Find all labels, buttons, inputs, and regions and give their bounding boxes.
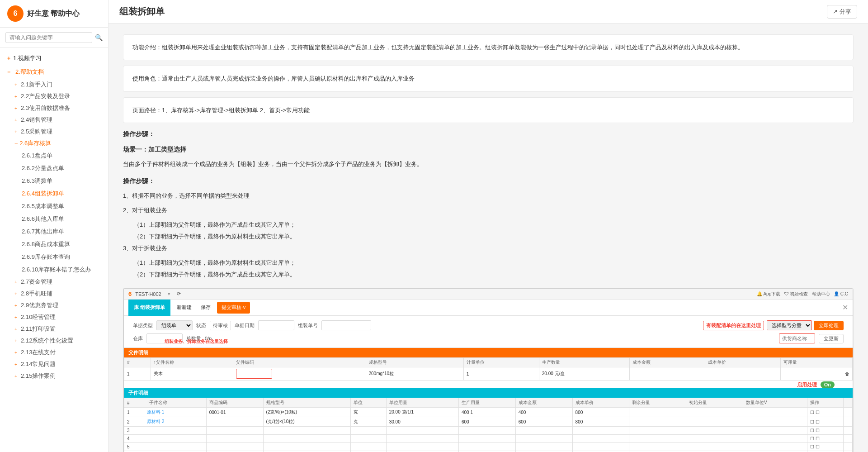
annotation-type-label: 组装业务、拆卸业务在这里选择 <box>165 338 228 345</box>
sidebar-item-management[interactable]: + 2.10经营管理 <box>0 311 108 323</box>
app-screenshot-container: 6 TEST-H002 ▼ ⟳ 🔔 App下载 🛡 初始检查 帮助中心 👤 C.… <box>123 288 854 452</box>
fake-app: 6 TEST-H002 ▼ ⟳ 🔔 App下载 🛡 初始检查 帮助中心 👤 C.… <box>123 288 853 452</box>
app-tab-new: 新新建 <box>172 300 196 316</box>
step-2: 2、对于组装业务 <box>123 205 854 216</box>
sidebar-item-docs[interactable]: − 2.帮助文档 <box>0 65 108 79</box>
expand-icon: + <box>14 314 17 320</box>
content-area: 功能介绍：组装拆卸单用来处理企业组装或拆卸等加工业务，支持有固定装配清单的产品加… <box>108 24 868 452</box>
parent-item-code[interactable] <box>236 369 272 379</box>
sidebar-item-sales[interactable]: + 2.4销售管理 <box>0 114 108 126</box>
expand-icon: + <box>14 291 17 296</box>
sidebar-item-label: 2.4销售管理 <box>21 116 52 123</box>
app-logo: 6 <box>128 290 132 297</box>
sidebar-item-label: 2.2产品安装及登录 <box>21 93 70 100</box>
ops-steps-title: 操作步骤： <box>123 177 854 186</box>
app-icons-right: 🔔 App下载 🛡 初始检查 帮助中心 👤 C.C <box>757 291 848 297</box>
form-label-date: 单据日期 <box>235 322 255 329</box>
search-bar[interactable]: 🔍 <box>0 28 108 48</box>
form-dropdown-btn[interactable]: 选择型号分量 <box>767 320 812 330</box>
form-select-btn[interactable]: 立更新 <box>819 334 844 343</box>
sidebar-child-inventory-10[interactable]: 2.6.10库存账本错了怎么办 <box>0 263 108 276</box>
app-upper-table: 父件明细 # ↑父件名称 父件编码 规格型号 计量单位 生产数量 成本金额 <box>124 348 853 381</box>
child-items-table: # ↑子件名称 商品编码 规格型号 单位 单位用量 生产用量 成本金额 成本单价… <box>124 398 853 452</box>
sidebar-item-settings[interactable]: + 2.12系统个性化设置 <box>0 335 108 347</box>
lower-table-header: 子件明细 <box>124 388 853 398</box>
logo-icon: 6 <box>7 5 24 22</box>
sidebar-item-mobile[interactable]: + 2.8手机旺铺 <box>0 288 108 300</box>
share-icon: ↗ <box>833 8 838 15</box>
expand-icon: + <box>14 326 17 332</box>
sidebar-child-inventory-6[interactable]: 2.6.6其他入库单 <box>0 213 108 225</box>
sidebar-item-label: 2.5采购管理 <box>21 128 52 135</box>
form-status-value: 待审核 <box>210 321 231 330</box>
form-supplier-input[interactable] <box>779 333 815 343</box>
ops-title: 操作步骤： <box>123 130 854 138</box>
annotation-container-1: 有装配清单的在这里处理 选择型号分量 立即处理 <box>703 320 844 330</box>
table-row: 4☐ ☐ <box>124 435 853 443</box>
sidebar-child-inventory-2[interactable]: 2.6.2分量盘点单 <box>0 162 108 175</box>
share-label: 分享 <box>840 8 851 16</box>
sidebar-child-inventory-1[interactable]: 2.6.1盘点单 <box>0 149 108 162</box>
table-row: 5☐ ☐ <box>124 443 853 451</box>
sidebar-item-purchase[interactable]: + 2.5采购管理 <box>0 126 108 138</box>
sidebar-item-newuser[interactable]: + 2.1新手入门 <box>0 79 108 90</box>
form-type-select[interactable]: 组装单拆卸单 <box>156 320 193 330</box>
app-module-bar: 库 组装拆卸单 新新建 保存 提交审核-v ✕ <box>124 300 853 316</box>
form-confirm-btn[interactable]: 立即处理 <box>814 321 844 330</box>
sidebar-item-payment[interactable]: + 2.13在线支付 <box>0 347 108 358</box>
expand-icon: + <box>14 338 17 343</box>
sidebar-item-finance[interactable]: + 2.7资金管理 <box>0 276 108 288</box>
form-assembly-select[interactable]: 选择型号分量 <box>767 320 812 330</box>
form-label-status: 状态 <box>196 322 206 329</box>
search-icon[interactable]: 🔍 <box>95 34 103 41</box>
sidebar-item-coupon[interactable]: + 2.9优惠券管理 <box>0 300 108 311</box>
sidebar-item-label: 2.1新手入门 <box>21 81 52 88</box>
sidebar-item-print[interactable]: + 2.11打印设置 <box>0 323 108 335</box>
intro-text: 功能介绍：组装拆卸单用来处理企业组装或拆卸等加工业务，支持有固定装配清单的产品加… <box>132 44 744 51</box>
sidebar-item-install[interactable]: + 2.2产品安装及登录 <box>0 90 108 102</box>
table-row: 3☐ ☐ <box>124 427 853 435</box>
form-row-2: 仓库 总数量 0/n 立更新 <box>128 332 848 345</box>
sidebar-header: 6 好生意 帮助中心 <box>0 0 108 28</box>
app-submit-btn: 提交审核-v <box>217 302 250 314</box>
path-text: 页面路径：1、库存核算->库存管理->组装拆卸单 2、首页->常用功能 <box>132 107 310 114</box>
sidebar-child-inventory-4[interactable]: 2.6.4组装拆卸单 <box>0 187 108 200</box>
main-content: 组装拆卸单 ↗ 分享 功能介绍：组装拆卸单用来处理企业组装或拆卸等加工业务，支持… <box>108 0 868 452</box>
sidebar-item-dataprep[interactable]: + 2.3使用前数据准备 <box>0 102 108 114</box>
sidebar: 6 好生意 帮助中心 🔍 + 1.视频学习 − 2.帮助文档 + 2.1新手入门… <box>0 0 108 452</box>
sidebar-child-inventory-3[interactable]: 2.6.3调拨单 <box>0 175 108 187</box>
expand-icon: + <box>14 373 17 379</box>
expand-icon: + <box>14 362 17 367</box>
app-close-icon[interactable]: ✕ <box>842 303 848 312</box>
sidebar-child-inventory-9[interactable]: 2.6.9库存账本查询 <box>0 251 108 263</box>
role-block: 使用角色：通常由生产人员或库管人员完成拆装业务的操作，库管人员确认原材料的出库和… <box>123 66 854 91</box>
sidebar-item-label: 1.视频学习 <box>13 54 42 62</box>
app-form-area: 单据类型 组装单拆卸单 状态 待审核 单据日期 组装单号 有装配清单的在这里处理 <box>124 316 853 348</box>
app-topbar: 6 TEST-H002 ▼ ⟳ 🔔 App下载 🛡 初始检查 帮助中心 👤 C.… <box>124 289 853 300</box>
sidebar-item-faq[interactable]: + 2.14常见问题 <box>0 358 108 370</box>
step-3-2: （2）下部明细为子件明细，最终作为产成品生成其它入库单。 <box>123 269 854 281</box>
step-1: 1、根据不同的业务，选择不同单据的类型来处理 <box>123 190 854 202</box>
page-title: 组装拆卸单 <box>119 5 165 18</box>
sidebar-child-inventory-5[interactable]: 2.6.5成本调整单 <box>0 200 108 213</box>
scene-title: 场景一：加工类型选择 <box>123 146 854 154</box>
share-button[interactable]: ↗ 分享 <box>827 5 857 19</box>
form-label-type: 单据类型 <box>133 322 153 329</box>
app-refresh-icon: ⟳ <box>177 291 181 297</box>
expand-icon: + <box>14 350 17 355</box>
app-tab-save: 保存 <box>196 300 215 316</box>
sidebar-child-inventory-7[interactable]: 2.6.7其他出库单 <box>0 225 108 238</box>
sidebar-item-video[interactable]: + 1.视频学习 <box>0 52 108 65</box>
sidebar-item-inventory[interactable]: − 2.6库存核算 <box>0 138 108 149</box>
enable-toggle[interactable]: On <box>821 381 835 388</box>
annotation-enable-label: 启用处理 <box>797 381 817 388</box>
form-docno-input[interactable] <box>321 320 371 330</box>
sidebar-item-cases[interactable]: + 2.15操作案例 <box>0 370 108 382</box>
search-input[interactable] <box>5 32 92 43</box>
form-date-input[interactable] <box>258 320 294 330</box>
collapse-icon: − <box>7 69 13 75</box>
sidebar-child-inventory-8[interactable]: 2.6.8商品成本重算 <box>0 238 108 251</box>
expand-icon: + <box>14 117 17 123</box>
upper-table-header: 父件明细 <box>124 348 853 357</box>
form-row-1: 单据类型 组装单拆卸单 状态 待审核 单据日期 组装单号 有装配清单的在这里处理 <box>128 319 848 332</box>
